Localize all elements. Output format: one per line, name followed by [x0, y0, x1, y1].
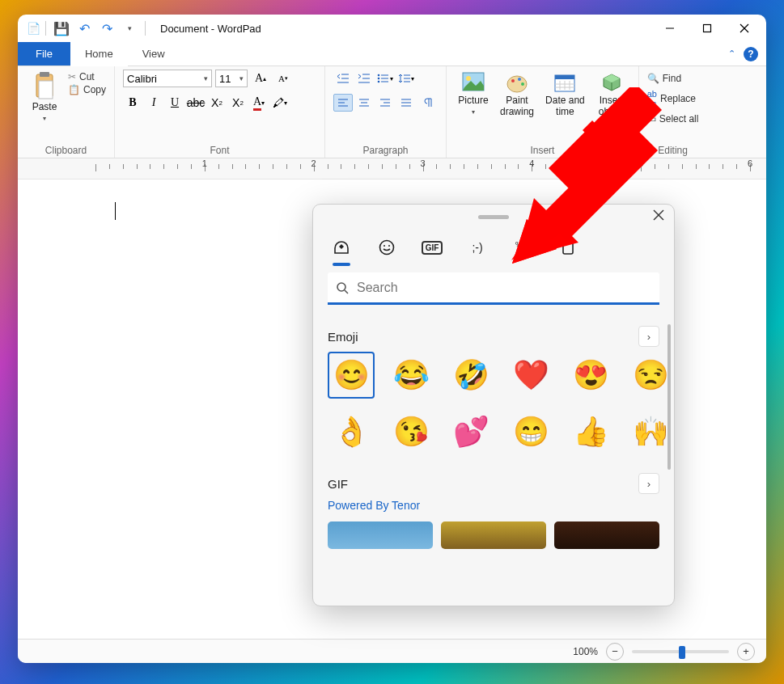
object-label: Insert object	[599, 95, 625, 118]
find-button[interactable]: 🔍Find	[647, 73, 699, 84]
tab-symbols-icon[interactable]: %↻△+	[511, 235, 535, 260]
svg-text:+: +	[523, 248, 528, 256]
emoji-cell[interactable]: 😍	[567, 352, 614, 399]
redo-button[interactable]: ↷	[96, 18, 117, 39]
gif-thumbnail[interactable]	[328, 521, 433, 549]
save-button[interactable]: 💾	[51, 18, 72, 39]
ribbon-tabs: File Home View ⌃ ?	[18, 42, 766, 66]
status-bar: 100% − +	[18, 639, 766, 663]
svg-point-49	[380, 241, 394, 255]
gif-expand-button[interactable]: ›	[638, 473, 659, 494]
gif-section-title: GIF	[328, 477, 348, 491]
line-spacing-button[interactable]: ▾	[396, 70, 416, 87]
tab-clipboard-icon[interactable]	[556, 235, 580, 260]
insert-object-button[interactable]: Insert object	[593, 70, 630, 120]
copy-label: Copy	[83, 84, 106, 95]
font-name-combo[interactable]: Calibri▾	[123, 70, 212, 87]
svg-point-15	[378, 81, 380, 83]
emoji-cell[interactable]: ❤️	[507, 352, 554, 399]
tab-recent-icon[interactable]	[329, 235, 354, 260]
zoom-out-button[interactable]: −	[606, 643, 624, 661]
help-icon[interactable]: ?	[744, 47, 758, 61]
replace-button[interactable]: abacReplace	[647, 89, 699, 108]
paragraph-dialog-button[interactable]	[417, 94, 437, 112]
subscript-button[interactable]: X2	[207, 94, 227, 112]
window-title: Document - WordPad	[160, 23, 261, 35]
emoji-expand-button[interactable]: ›	[638, 326, 659, 347]
close-button[interactable]	[726, 15, 763, 42]
app-icon: 📄	[26, 21, 40, 36]
tab-emoji-icon[interactable]	[375, 235, 399, 260]
tab-kaomoji-icon[interactable]: ;-)	[465, 235, 489, 260]
tab-view[interactable]: View	[128, 42, 180, 65]
datetime-button[interactable]: Date and time	[542, 70, 588, 120]
font-group-label: Font	[123, 143, 316, 156]
emoji-cell[interactable]: 💕	[447, 408, 494, 455]
datetime-label: Date and time	[545, 95, 585, 118]
emoji-search-input[interactable]	[357, 281, 651, 295]
select-all-button[interactable]: ▭Select all	[647, 113, 699, 125]
search-icon	[336, 281, 349, 294]
ribbon-collapse[interactable]: ⌃	[728, 49, 735, 59]
underline-button[interactable]: U	[165, 94, 184, 112]
svg-line-59	[345, 290, 348, 293]
picture-button[interactable]: Picture▾	[455, 70, 492, 117]
ruler[interactable]: 123456	[18, 158, 766, 179]
emoji-search-box[interactable]	[328, 272, 659, 305]
decrease-indent-button[interactable]	[333, 70, 353, 87]
emoji-cell[interactable]: 😁	[507, 408, 554, 455]
emoji-cell[interactable]: 😂	[388, 352, 434, 399]
qat-customize[interactable]: ▾	[119, 18, 140, 39]
emoji-cell[interactable]: 😘	[388, 408, 434, 455]
tab-gif-icon[interactable]: GIF	[420, 235, 444, 260]
bold-button[interactable]: B	[123, 94, 142, 112]
separator	[45, 21, 46, 36]
panel-scrollbar[interactable]	[667, 324, 671, 470]
maximize-button[interactable]	[689, 15, 726, 42]
minimize-button[interactable]	[651, 15, 689, 42]
panel-header[interactable]	[313, 205, 674, 229]
align-right-button[interactable]	[375, 94, 395, 112]
svg-rect-1	[704, 25, 711, 32]
svg-point-50	[384, 245, 385, 247]
copy-button[interactable]: 📋Copy	[68, 84, 106, 95]
zoom-slider[interactable]	[632, 650, 729, 653]
emoji-cell[interactable]: 🤣	[447, 352, 494, 399]
bullets-button[interactable]: ▾	[375, 70, 395, 87]
svg-text:↻: ↻	[523, 240, 530, 248]
emoji-cell[interactable]: 👌	[328, 408, 375, 455]
title-bar: 📄 💾 ↶ ↷ ▾ Document - WordPad	[18, 15, 766, 42]
svg-text:%: %	[515, 240, 522, 248]
zoom-in-button[interactable]: +	[737, 643, 755, 661]
font-color-button[interactable]: A▾	[249, 94, 269, 112]
emoji-cell[interactable]: 😊	[328, 352, 375, 399]
align-left-button[interactable]	[333, 94, 353, 112]
clipboard-label: Clipboard	[26, 143, 106, 156]
paste-button[interactable]: Paste ▾	[26, 70, 63, 124]
panel-close-button[interactable]	[653, 209, 664, 221]
justify-button[interactable]	[396, 94, 416, 112]
highlight-button[interactable]: 🖍▾	[270, 94, 290, 112]
increase-indent-button[interactable]	[354, 70, 374, 87]
emoji-picker-panel: GIF ;-) %↻△+ Emoji › 😊😂🤣❤️😍😒👌😘💕😁👍🙌 GIF ›…	[312, 204, 675, 606]
ribbon: Paste ▾ ✂Cut 📋Copy Clipboard Calibri▾ 11…	[18, 66, 766, 158]
shrink-font-button[interactable]: A▾	[273, 70, 293, 87]
group-insert: Picture▾ Paint drawing Date and time Ins…	[447, 66, 639, 158]
tab-home[interactable]: Home	[70, 42, 128, 65]
drag-grip[interactable]	[478, 215, 509, 219]
gif-thumbnail[interactable]	[441, 521, 546, 549]
cut-button[interactable]: ✂Cut	[68, 71, 106, 82]
font-size-combo[interactable]: 11▾	[215, 70, 248, 87]
align-center-button[interactable]	[354, 94, 374, 112]
paint-button[interactable]: Paint drawing	[497, 70, 537, 120]
grow-font-button[interactable]: A▴	[251, 70, 270, 87]
gif-thumbnail[interactable]	[554, 521, 659, 549]
tab-file[interactable]: File	[18, 42, 70, 65]
italic-button[interactable]: I	[144, 94, 163, 112]
undo-button[interactable]: ↶	[74, 18, 95, 39]
svg-point-35	[466, 76, 471, 81]
strikethrough-button[interactable]: abc	[186, 94, 206, 112]
editing-label: Editing	[647, 143, 699, 156]
superscript-button[interactable]: X2	[228, 94, 248, 112]
emoji-cell[interactable]: 👍	[567, 408, 614, 455]
